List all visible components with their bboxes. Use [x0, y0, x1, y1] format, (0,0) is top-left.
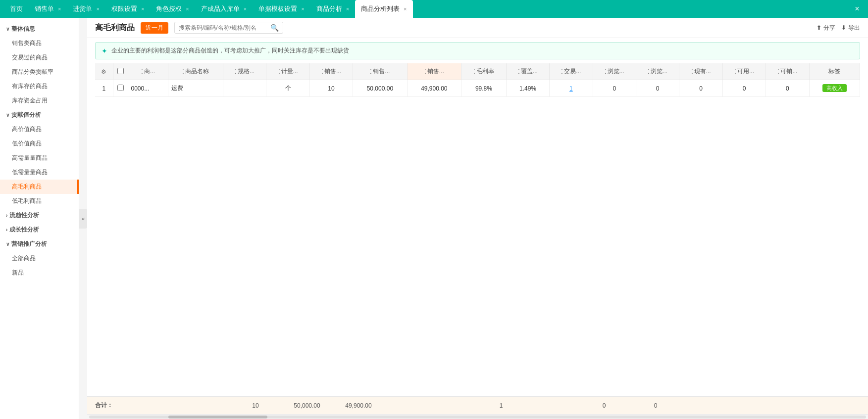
table-header: ⚙ ⁚ 商... ⁚: [95, 63, 860, 80]
col-saleable[interactable]: ⁚ 可销...: [766, 63, 809, 80]
sidebar-item-new-goods[interactable]: 新品: [0, 266, 79, 280]
sidebar-item-low-value[interactable]: 低价值商品: [0, 137, 79, 151]
col-spec[interactable]: ⁚ 规格...: [223, 63, 266, 80]
export-icon: ⬇: [841, 24, 846, 31]
data-table: ⚙ ⁚ 商... ⁚: [95, 63, 860, 97]
main-layout: ∨ 整体信息 销售类商品 交易过的商品 商品分类贡献率 有库存的商品 库存资金占…: [0, 18, 868, 419]
cell-name: 运费: [168, 80, 223, 97]
tag-badge: 高收入: [822, 84, 847, 92]
footer-transaction: 1: [481, 402, 521, 409]
nav-sales-close[interactable]: ×: [58, 0, 61, 18]
window-close-button[interactable]: ×: [850, 2, 864, 16]
sidebar-item-traded-goods[interactable]: 交易过的商品: [0, 50, 79, 65]
sidebar-wrapper: ∨ 整体信息 销售类商品 交易过的商品 商品分类贡献率 有库存的商品 库存资金占…: [0, 18, 87, 419]
nav-purchase-close[interactable]: ×: [96, 0, 99, 18]
cell-browse1: 0: [593, 80, 636, 97]
col-transaction[interactable]: ⁚ 交易...: [550, 63, 593, 80]
col-settings[interactable]: ⚙: [95, 63, 113, 80]
nav-analysis-list-close[interactable]: ×: [404, 0, 407, 18]
info-bar: ✦ 企业的主要的利润都是这部分商品创造的，可考虑加大推广，同时关注库存是不要出现…: [95, 42, 860, 59]
footer-sales-profit: 49,900.00: [339, 402, 378, 409]
nav-sales[interactable]: 销售单 ×: [29, 0, 67, 18]
nav-template[interactable]: 单据模板设置 ×: [253, 0, 310, 18]
nav-roles-close[interactable]: ×: [186, 0, 189, 18]
nav-warehouse-close[interactable]: ×: [244, 0, 247, 18]
sidebar-group-marketing-analysis[interactable]: ∨ 营销推广分析: [0, 237, 79, 251]
sidebar-item-all-goods[interactable]: 全部商品: [0, 251, 79, 266]
top-navigation: 首页 销售单 × 进货单 × 权限设置 × 角色授权 × 产成品入库单 × 单据…: [0, 0, 868, 18]
nav-purchase[interactable]: 进货单 ×: [67, 0, 105, 18]
footer-bar: 合计： 10 50,000.00 49,900.00 1 0 0: [87, 396, 868, 414]
search-icon[interactable]: 🔍: [270, 24, 279, 32]
nav-analysis[interactable]: 商品分析 ×: [310, 0, 355, 18]
general-info-arrow: ∨: [6, 26, 9, 32]
settings-icon[interactable]: ⚙: [101, 68, 106, 75]
col-coverage[interactable]: ⁚ 覆盖...: [506, 63, 549, 80]
col-sales-qty[interactable]: ⁚ 销售...: [309, 63, 353, 80]
col-checkbox[interactable]: [113, 63, 128, 80]
col-code[interactable]: ⁚ 商...: [128, 63, 168, 80]
search-input[interactable]: [179, 24, 267, 31]
col-gross-margin[interactable]: ⁚ 毛利率: [461, 63, 507, 80]
table-body: 1 0000... 运费 个 10 50,000.00 49,900.00 99…: [95, 80, 860, 97]
row-checkbox[interactable]: [117, 85, 124, 91]
col-current-stock[interactable]: ⁚ 现有...: [679, 63, 722, 80]
page-title: 高毛利商品: [95, 23, 135, 33]
trend-analysis-arrow: ›: [6, 213, 7, 218]
sidebar: ∨ 整体信息 销售类商品 交易过的商品 商品分类贡献率 有库存的商品 库存资金占…: [0, 18, 79, 419]
sidebar-item-low-demand[interactable]: 低需量量商品: [0, 165, 79, 180]
cell-code: 0000...: [128, 80, 168, 97]
share-button[interactable]: ⬆ 分享: [817, 24, 835, 32]
footer-available-stock: 0: [636, 402, 675, 409]
nav-home[interactable]: 首页: [4, 0, 29, 18]
sidebar-item-capital-occupation[interactable]: 库存资金占用: [0, 93, 79, 108]
cell-checkbox[interactable]: [113, 80, 128, 97]
cell-spec: [223, 80, 266, 97]
nav-permissions[interactable]: 权限设置 ×: [105, 0, 150, 18]
table-row: 1 0000... 运费 个 10 50,000.00 49,900.00 99…: [95, 80, 860, 97]
search-box: 🔍: [174, 22, 283, 34]
cell-browse2: 0: [636, 80, 679, 97]
nav-analysis-close[interactable]: ×: [346, 0, 349, 18]
sidebar-item-high-demand[interactable]: 高需量量商品: [0, 151, 79, 165]
cell-index: 1: [95, 80, 113, 97]
col-tag[interactable]: 标签: [809, 63, 860, 80]
export-button[interactable]: ⬇ 导出: [841, 24, 860, 32]
sidebar-group-trend-analysis[interactable]: › 流趋性分析: [0, 208, 79, 223]
col-browse2[interactable]: ⁚ 浏览...: [636, 63, 679, 80]
sidebar-item-high-margin[interactable]: 高毛利商品: [0, 180, 79, 194]
nav-warehouse[interactable]: 产成品入库单 ×: [195, 0, 253, 18]
sidebar-item-goods-contribution[interactable]: 商品分类贡献率: [0, 65, 79, 79]
col-unit[interactable]: ⁚ 计量...: [266, 63, 309, 80]
sidebar-group-growth-analysis[interactable]: › 成长性分析: [0, 223, 79, 237]
col-browse1[interactable]: ⁚ 浏览...: [593, 63, 636, 80]
nav-template-close[interactable]: ×: [301, 0, 304, 18]
sidebar-group-value-analysis[interactable]: ∨ 贡献值分析: [0, 108, 79, 122]
growth-analysis-arrow: ›: [6, 227, 7, 233]
col-sales-amount[interactable]: ⁚ 销售...: [353, 63, 407, 80]
col-available-stock[interactable]: ⁚ 可用...: [722, 63, 766, 80]
cell-sales-profit: 49,900.00: [407, 80, 461, 97]
scroll-thumb[interactable]: [168, 416, 267, 419]
footer-sales-qty: 10: [236, 402, 275, 409]
cell-transaction[interactable]: 1: [550, 80, 593, 97]
select-all-checkbox[interactable]: [117, 68, 124, 74]
bottom-scrollbar[interactable]: [87, 414, 868, 419]
nav-roles[interactable]: 角色授权 ×: [150, 0, 195, 18]
sidebar-item-low-margin[interactable]: 低毛利商品: [0, 194, 79, 208]
nav-analysis-list[interactable]: 商品分析列表 ×: [355, 0, 412, 18]
sidebar-item-high-value[interactable]: 高价值商品: [0, 122, 79, 137]
col-name[interactable]: ⁚ 商品名称: [168, 63, 223, 80]
sidebar-group-general-info[interactable]: ∨ 整体信息: [0, 22, 79, 36]
sidebar-item-in-stock-goods[interactable]: 有库存的商品: [0, 79, 79, 93]
cell-sales-qty: 10: [309, 80, 353, 97]
value-analysis-arrow: ∨: [6, 112, 9, 118]
nav-permissions-close[interactable]: ×: [141, 0, 144, 18]
info-icon: ✦: [102, 47, 107, 55]
sidebar-item-sales-goods[interactable]: 销售类商品: [0, 36, 79, 50]
cell-unit: 个: [266, 80, 309, 97]
sidebar-collapse-button[interactable]: «: [79, 209, 87, 229]
col-sales-profit[interactable]: ⁚ 销售...: [407, 63, 461, 80]
cell-current-stock: 0: [679, 80, 722, 97]
period-button[interactable]: 近一月: [141, 22, 168, 34]
